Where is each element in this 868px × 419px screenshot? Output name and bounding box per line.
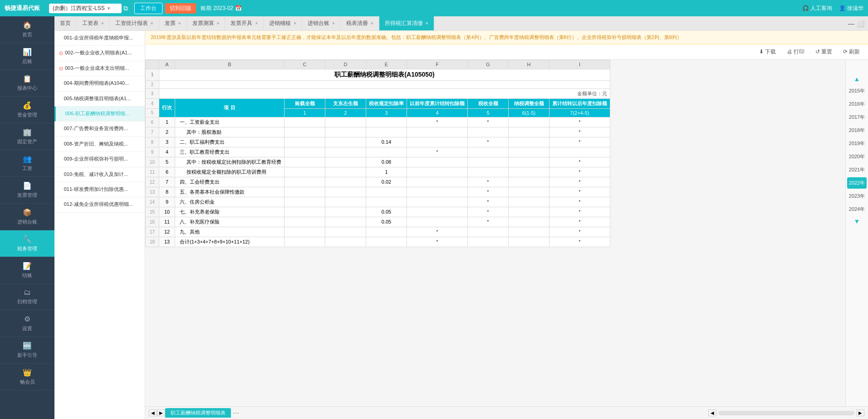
header-col3: 税收规定扣除率 <box>366 98 407 108</box>
scroll-hbar-right[interactable]: ▶ <box>856 409 864 416</box>
tab-close-icon[interactable]: × <box>294 21 296 26</box>
error-icon: ⊙ <box>59 65 63 72</box>
user-button[interactable]: 👤 徐滋华 <box>839 5 863 12</box>
tab-close-icon[interactable]: × <box>151 21 153 26</box>
tab-check[interactable]: 进销稽核 × <box>264 16 302 31</box>
sidebar-item-sales[interactable]: 📦 进销台账 <box>0 204 54 230</box>
spreadsheet-main[interactable]: A B C D E F G H I <box>145 60 845 407</box>
tab-home[interactable]: 首页 <box>54 16 77 31</box>
scroll-hbar-left[interactable]: ◀ <box>708 409 716 416</box>
tab-minimize-button[interactable]: — <box>848 20 854 27</box>
scroll-right-button[interactable]: ▶ <box>157 409 165 416</box>
error-icon: ● <box>60 111 64 117</box>
tab-close-icon[interactable]: × <box>371 21 373 26</box>
company-selector[interactable]: (勿删）江西程宝-LSS ▼ <box>49 4 122 13</box>
sidebar-item-ledger[interactable]: 📊 总账 <box>0 43 54 70</box>
sales-icon: 📦 <box>23 208 32 217</box>
error-icon: ● <box>59 35 62 42</box>
list-item-012[interactable]: ● 012-减免企业所得税优惠明细... <box>54 197 145 212</box>
tab-sales-ledger[interactable]: 进销台账 × <box>302 16 341 31</box>
list-item-003[interactable]: ⊙ 003-一般企业成本支出明细... <box>54 61 145 76</box>
tab-invoice-calc[interactable]: 发票测算 × <box>187 16 226 31</box>
header-col2: 支东左生额 <box>325 98 366 108</box>
year-item-2015[interactable]: 2015年 <box>847 85 867 97</box>
tab-tax-book[interactable]: 税表清册 × <box>341 16 379 31</box>
year-item-2024[interactable]: 2024年 <box>847 204 867 215</box>
year-item-2020[interactable]: 2020年 <box>847 151 867 162</box>
horizontal-scrollbar[interactable] <box>718 411 854 415</box>
sidebar-item-label: 归档管理 <box>17 298 37 305</box>
sidebar: 🏠 首页 📊 总账 📋 报表中心 💰 资金管理 🏢 固定资产 👥 工资 📄 发票… <box>0 16 54 419</box>
year-item-2017[interactable]: 2017年 <box>847 112 867 123</box>
list-item-007[interactable]: ● 007-广告费和业务宣传费跨... <box>54 122 145 136</box>
list-item-006[interactable]: ● 006-职工薪酬纳税调整明细... <box>54 107 145 122</box>
download-button[interactable]: ⬇ 下载 <box>756 47 779 57</box>
tab-close-icon[interactable]: × <box>255 21 258 26</box>
sidebar-item-assets[interactable]: 🏢 固定资产 <box>0 123 54 150</box>
tab-salary-report[interactable]: 工资统计报表 × <box>110 16 159 31</box>
year-item-2019[interactable]: 2019年 <box>847 138 867 149</box>
workbench-button[interactable]: 工作台 <box>134 3 162 14</box>
tab-invoice[interactable]: 发票 × <box>159 16 187 31</box>
year-item-2023[interactable]: 2023年 <box>847 190 867 202</box>
reset-button[interactable]: ↺ 重置 <box>813 47 835 57</box>
tab-close-icon[interactable]: × <box>332 21 335 26</box>
print-button[interactable]: 🖨 打印 <box>784 47 807 57</box>
invoice-icon: 📄 <box>23 181 32 190</box>
year-item-2018[interactable]: 2018年 <box>847 125 867 136</box>
guide-icon: 🆕 <box>23 341 32 350</box>
sidebar-item-finance[interactable]: 💰 资金管理 <box>0 97 54 123</box>
table-header-row1: 4 行次 项 目 账载全额 支东左生额 税收规定扣除率 以前年度累计结转扣除额 … <box>146 98 610 108</box>
old-version-button[interactable]: 切到旧版 <box>165 3 196 14</box>
scroll-left-button[interactable]: ◀ <box>149 409 157 416</box>
error-icon: ● <box>59 186 62 193</box>
sidebar-item-home[interactable]: 🏠 首页 <box>0 16 54 43</box>
tab-bar-end: — ⬜ <box>844 20 868 27</box>
sheet-tab[interactable]: 职工薪酬纳税调整明细表 <box>165 408 231 418</box>
company-dropdown-icon: ▼ <box>107 6 111 11</box>
tab-salary-table[interactable]: 工资表 × <box>77 16 110 31</box>
list-item-009[interactable]: ● 009-企业所得税弥补亏损明... <box>54 152 145 167</box>
tab-close-icon[interactable]: × <box>101 21 104 26</box>
tab-close-icon[interactable]: × <box>178 21 181 26</box>
refresh-button[interactable]: ⟳ 刷新 <box>840 47 863 57</box>
sidebar-item-salary[interactable]: 👥 工资 <box>0 150 54 177</box>
table-row: 16 11 八、补充医疗保险 0.05 * * <box>146 217 610 227</box>
sheet-options-button[interactable]: ⋯ <box>233 409 239 417</box>
sidebar-item-guide[interactable]: 🆕 新手引导 <box>0 337 54 364</box>
list-item-005[interactable]: ● 005-纳税调整项目明细表(A1... <box>54 92 145 107</box>
list-item-004[interactable]: ● 004-期间费用明细表(A1040... <box>54 76 145 91</box>
tab-close-icon[interactable]: × <box>217 21 220 26</box>
sidebar-item-settings[interactable]: ⚙ 设置 <box>0 310 54 337</box>
top-bar-right: 🎧 人工客询 👤 徐滋华 <box>802 5 863 12</box>
list-item-011[interactable]: ● 011-研发费用加计扣除优惠... <box>54 182 145 197</box>
sidebar-item-close[interactable]: 📝 结账 <box>0 257 54 284</box>
list-item-002[interactable]: ⊙ 002-一般企业收入明细表(A1... <box>54 46 145 61</box>
sidebar-item-archive[interactable]: 🗂 归档管理 <box>0 284 54 310</box>
sidebar-item-report[interactable]: 📋 报表中心 <box>0 70 54 97</box>
finance-icon: 💰 <box>23 101 32 110</box>
year-item-2022[interactable]: 2022年 <box>847 177 867 189</box>
tab-invoice-open[interactable]: 发票开具 × <box>225 16 264 31</box>
year-up-arrow[interactable]: ▲ <box>852 73 862 84</box>
top-bar: 畅捷通易代账 (勿删）江西程宝-LSS ▼ ⧉ 工作台 切到旧版 账期 2023… <box>0 0 868 16</box>
service-button[interactable]: 🎧 人工客询 <box>802 5 832 12</box>
tab-close-icon[interactable]: × <box>426 21 428 26</box>
calendar-icon[interactable]: 📅 <box>235 5 242 11</box>
tab-maximize-button[interactable]: ⬜ <box>857 20 864 27</box>
refresh-icon: ⟳ <box>843 49 848 55</box>
list-item-001[interactable]: ● 001-企业所得税年度纳税申报... <box>54 31 145 46</box>
list-item-008[interactable]: ● 008-资产折旧、摊销及纳税... <box>54 137 145 152</box>
list-item-010[interactable]: ● 010-免税、减计收入及加计... <box>54 167 145 182</box>
sidebar-item-tax[interactable]: 🔧 税务管理 <box>0 230 54 257</box>
tab-income-tax[interactable]: 所得税汇算清缴 × <box>379 16 434 31</box>
year-item-2021[interactable]: 2021年 <box>847 164 867 175</box>
print-icon: 🖨 <box>787 49 792 55</box>
copy-icon[interactable]: ⧉ <box>122 4 130 13</box>
year-down-arrow[interactable]: ▼ <box>852 216 862 227</box>
sidebar-item-invoice[interactable]: 📄 发票管理 <box>0 177 54 204</box>
toolbar: ⬇ 下载 🖨 打印 ↺ 重置 ⟳ 刷新 <box>145 44 868 60</box>
sidebar-item-member[interactable]: 👑 畅会员 <box>0 364 54 390</box>
header-col6: 纳税调整全额 <box>509 98 549 108</box>
year-item-2016[interactable]: 2016年 <box>847 98 867 110</box>
